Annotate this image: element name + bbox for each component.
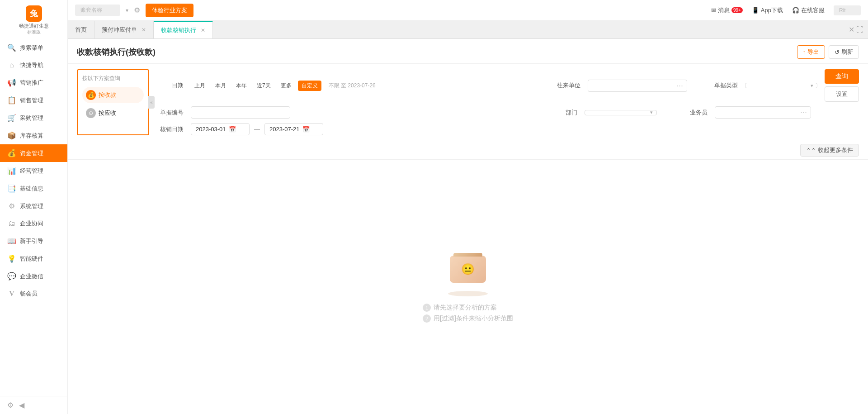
collapse-sidebar-icon[interactable]: ◀ [19, 401, 24, 409]
account-chevron-icon[interactable]: ▾ [126, 7, 128, 14]
calendar-from-icon[interactable]: 📅 [229, 126, 236, 133]
industry-btn[interactable]: 休验行业方案 [146, 4, 193, 17]
date-label: 日期 [156, 81, 184, 90]
message-btn[interactable]: ✉ 消息 99+ [711, 6, 743, 14]
sidebar-item-hardware[interactable]: 💡 智能硬件 [0, 250, 67, 267]
filter-option-by-receivable[interactable]: ⊙ 按应收 [82, 105, 144, 121]
sidebar-item-marketing[interactable]: 📢 营销推广 [0, 74, 67, 91]
tab-prepay-close-icon[interactable]: ✕ [142, 27, 146, 33]
counterpart-input[interactable]: ··· [588, 80, 687, 92]
date-range-dash: — [254, 126, 260, 133]
empty-illustration: 😐 [441, 251, 495, 296]
doc-type-select[interactable] [745, 83, 817, 88]
export-btn[interactable]: ↑ 导出 [797, 45, 826, 59]
settings-filter-btn[interactable]: 设置 [825, 86, 859, 102]
sidebar-item-base-info[interactable]: 📑 基础信息 [0, 180, 67, 197]
close-tab-icon[interactable]: ✕ [849, 25, 854, 34]
sidebar-item-management[interactable]: 📊 经营管理 [0, 162, 67, 180]
counterpart-label: 往来单位 [553, 81, 580, 90]
app-logo-icon: 兔 [26, 5, 42, 22]
sidebar-item-sales[interactable]: 📋 销售管理 [0, 91, 67, 109]
topbar: 账套名称 ▾ ⚙ 休验行业方案 ✉ 消息 99+ 📱 App下载 🎧 在线客服 … [68, 0, 868, 21]
verify-date-to-field[interactable]: 2023-07-21 📅 [264, 123, 323, 135]
member-icon: V [7, 290, 16, 298]
purchase-icon: 🛒 [7, 114, 16, 122]
sidebar-item-search[interactable]: 🔍 搜索菜单 [0, 39, 67, 57]
topbar-right: ✉ 消息 99+ 📱 App下载 🎧 在线客服 Rit [711, 5, 861, 15]
wechat-icon: 💬 [7, 272, 16, 281]
message-label: 消息 [718, 6, 730, 14]
sidebar-item-label: 系统管理 [20, 202, 43, 210]
account-selector[interactable]: 账套名称 [75, 5, 120, 16]
hint-2-text: 用[过滤]条件来缩小分析范围 [434, 314, 513, 323]
app-download-icon: 📱 [752, 7, 759, 14]
collapse-conditions-btn[interactable]: ⌃⌃ 收起更多条件 [800, 144, 859, 157]
sidebar-item-label: 采购管理 [20, 114, 43, 122]
staff-dots-icon[interactable]: ··· [800, 108, 811, 117]
sidebar-item-label: 库存核算 [20, 132, 43, 140]
sidebar-item-label: 资金管理 [20, 149, 43, 157]
user-account[interactable]: Rit [834, 5, 861, 15]
date-btn-custom[interactable]: 自定义 [298, 81, 321, 91]
calendar-to-icon[interactable]: 📅 [302, 126, 310, 133]
tabbar: 首页 预付冲应付单 ✕ 收款核销执行 ✕ ✕ ⛶ [68, 21, 868, 39]
sidebar-item-system[interactable]: ⚙ 系统管理 [0, 197, 67, 215]
date-btn-this-month[interactable]: 本月 [212, 81, 230, 91]
filter-row-1: 日期 上月 本月 本年 近7天 更多 自定义 不限 至 2023-07-26 往… [156, 69, 859, 102]
sidebar: 兔 畅捷通好生意 标准版 🔍 搜索菜单 ⌂ 快捷导航 📢 营销推广 📋 销售管理… [0, 0, 68, 414]
staff-text-input[interactable] [715, 107, 800, 118]
sidebar-item-finance[interactable]: 💰 资金管理 [0, 144, 67, 162]
hint-2-num: 2 [423, 314, 431, 323]
app-download-label: App下载 [761, 6, 783, 14]
sidebar-item-purchase[interactable]: 🛒 采购管理 [0, 109, 67, 127]
query-btn[interactable]: 查询 [825, 69, 859, 84]
headset-icon: 🎧 [792, 7, 799, 14]
app-edition: 标准版 [27, 29, 41, 35]
sidebar-item-inventory[interactable]: 📦 库存核算 [0, 127, 67, 144]
staff-label: 业务员 [680, 109, 708, 117]
date-btn-7days[interactable]: 近7天 [253, 81, 274, 91]
sidebar-item-quicknav[interactable]: ⌂ 快捷导航 [0, 57, 67, 74]
logo-area: 兔 畅捷通好生意 标准版 [0, 0, 67, 39]
sidebar-menu: 🔍 搜索菜单 ⌂ 快捷导航 📢 营销推广 📋 销售管理 🛒 采购管理 📦 库存核… [0, 39, 67, 396]
filter-panel-collapse-btn[interactable]: « [148, 96, 155, 109]
app-download-btn[interactable]: 📱 App下载 [752, 6, 783, 14]
filter-area: 按以下方案查询 💰 按收款 ⊙ 按应收 « 日期 上月 本月 [68, 64, 868, 141]
counterpart-text-input[interactable] [588, 80, 676, 91]
sidebar-item-label: 快捷导航 [20, 61, 43, 69]
sidebar-item-guide[interactable]: 📖 新手引导 [0, 232, 67, 250]
date-btn-this-year[interactable]: 本年 [232, 81, 250, 91]
receipt-scheme-icon: 💰 [86, 90, 96, 100]
filter-scheme-title: 按以下方案查询 [82, 75, 144, 82]
sidebar-item-wechat[interactable]: 💬 企业微信 [0, 267, 67, 285]
app-name: 畅捷通好生意 [19, 23, 49, 29]
sidebar-item-label: 新手引导 [20, 237, 43, 245]
date-btn-last-month[interactable]: 上月 [191, 81, 209, 91]
tab-prepay[interactable]: 预付冲应付单 ✕ [94, 21, 154, 38]
department-select[interactable] [585, 110, 657, 115]
verify-date-from-field[interactable]: 2023-03-01 📅 [191, 123, 250, 135]
online-service-btn[interactable]: 🎧 在线客服 [792, 6, 825, 14]
sidebar-item-label: 智能硬件 [20, 255, 43, 263]
sidebar-item-collab[interactable]: 🗂 企业协同 [0, 215, 67, 232]
staff-input[interactable]: ··· [715, 106, 811, 119]
doc-number-input[interactable] [191, 106, 290, 119]
expand-tab-icon[interactable]: ⛶ [856, 26, 863, 34]
sidebar-footer: ⚙ ◀ [0, 396, 67, 414]
tab-collection-verify[interactable]: 收款核销执行 ✕ [154, 21, 213, 38]
counterpart-dots-icon[interactable]: ··· [676, 81, 687, 90]
settings-gear-icon[interactable]: ⚙ [7, 401, 14, 409]
refresh-btn[interactable]: ↺ 刷新 [829, 45, 859, 59]
topbar-gear-icon[interactable]: ⚙ [134, 6, 140, 14]
sidebar-item-member[interactable]: V 畅会员 [0, 285, 67, 302]
filter-option-by-receipt[interactable]: 💰 按收款 [82, 87, 144, 103]
sidebar-item-label: 畅会员 [20, 290, 38, 298]
date-btn-more[interactable]: 更多 [277, 81, 295, 91]
collapse-conditions-label: 收起更多条件 [818, 146, 853, 154]
tab-collection-verify-close-icon[interactable]: ✕ [201, 27, 205, 33]
finance-icon: 💰 [7, 149, 16, 157]
collapse-conditions-row: ⌃⌃ 收起更多条件 [68, 141, 868, 160]
verify-date-to-value: 2023-07-21 [269, 126, 300, 133]
tabbar-controls: ✕ ⛶ [844, 21, 868, 38]
tab-home[interactable]: 首页 [68, 21, 94, 38]
